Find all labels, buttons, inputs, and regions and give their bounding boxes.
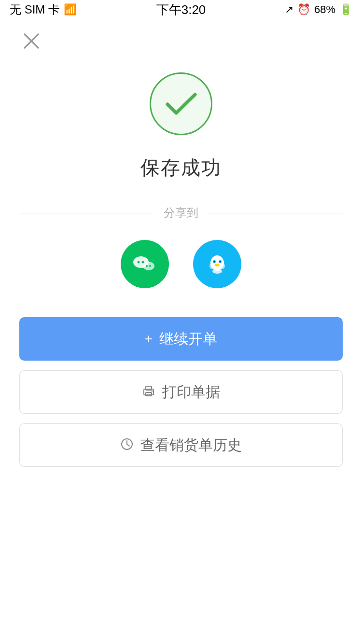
print-icon [142, 384, 155, 400]
status-bar: 无 SIM 卡 📶 下午3:20 ↗ ⏰ 68% 🔋 [0, 0, 362, 19]
share-icons [121, 240, 241, 288]
main-content: 保存成功 分享到 [0, 19, 362, 486]
close-icon [23, 32, 40, 50]
svg-point-20 [152, 390, 153, 392]
battery-label: 68% [314, 3, 335, 16]
svg-point-15 [209, 263, 213, 269]
location-icon: ↗ [285, 3, 293, 16]
battery-icon: 🔋 [339, 3, 352, 16]
success-title: 保存成功 [140, 154, 222, 181]
continue-button[interactable]: + 继续开单 [19, 317, 343, 361]
svg-point-16 [221, 263, 225, 269]
qq-share-button[interactable] [193, 240, 241, 288]
wifi-icon: 📶 [64, 3, 77, 16]
continue-icon: + [145, 332, 153, 346]
svg-point-11 [214, 261, 215, 263]
status-right: ↗ ⏰ 68% 🔋 [285, 3, 352, 16]
divider-label: 分享到 [164, 205, 198, 221]
divider-line-right [208, 213, 343, 213]
alarm-icon: ⏰ [297, 3, 310, 16]
svg-point-13 [215, 264, 220, 266]
share-divider: 分享到 [19, 205, 343, 221]
qq-icon [203, 250, 232, 279]
svg-point-8 [210, 255, 224, 271]
divider-line-left [19, 213, 154, 213]
svg-point-3 [138, 261, 140, 264]
action-buttons: + 继续开单 打印单据 查看销货单历史 [19, 317, 343, 467]
sim-label: 无 SIM 卡 [10, 2, 60, 17]
svg-point-12 [220, 261, 221, 263]
print-button[interactable]: 打印单据 [19, 370, 343, 414]
status-time: 下午3:20 [156, 1, 206, 18]
svg-point-4 [142, 261, 144, 264]
checkmark-icon [166, 91, 197, 117]
history-label: 查看销货单历史 [140, 435, 242, 455]
svg-point-14 [212, 269, 222, 274]
status-left: 无 SIM 卡 📶 [10, 2, 77, 17]
success-circle [150, 72, 212, 135]
svg-point-7 [149, 265, 151, 267]
svg-point-6 [146, 265, 148, 267]
continue-label: 继续开单 [159, 329, 217, 349]
close-button[interactable] [19, 29, 43, 53]
wechat-share-button[interactable] [121, 240, 169, 288]
wechat-icon [130, 250, 159, 279]
svg-point-5 [143, 262, 154, 270]
history-icon [120, 437, 134, 453]
history-button[interactable]: 查看销货单历史 [19, 423, 343, 467]
close-button-container [19, 29, 343, 53]
print-label: 打印单据 [162, 382, 220, 402]
